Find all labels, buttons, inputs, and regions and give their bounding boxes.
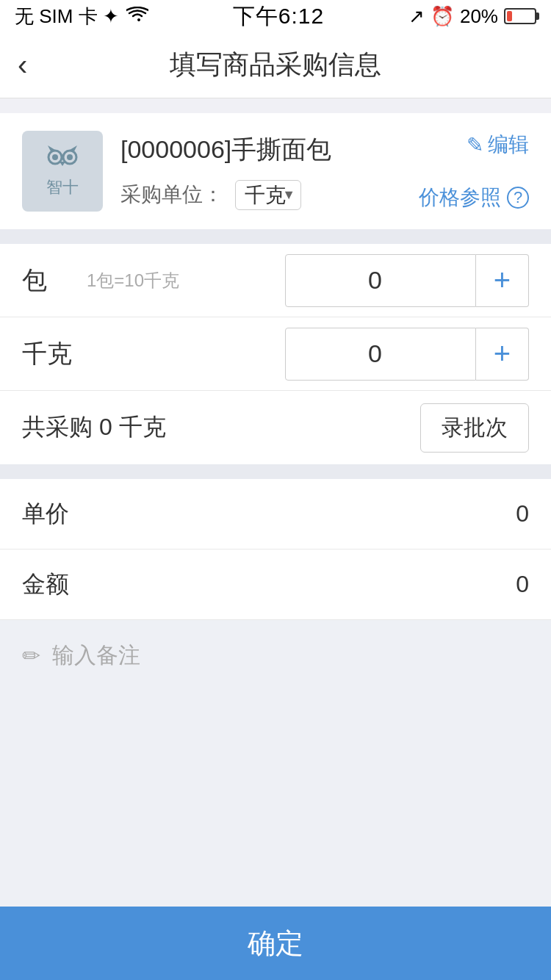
status-bar-right: ↗ ⏰ 20% [408, 5, 536, 28]
pack-qty-input[interactable] [285, 254, 476, 307]
status-bar: 无 SIM 卡 ✦ 下午6:12 ↗ ⏰ 20% [0, 0, 551, 32]
unit-label: 采购单位： [120, 181, 223, 209]
unit-price-value: 0 [516, 500, 529, 527]
price-section: 单价 0 金额 0 [0, 479, 551, 620]
summary-row: 共采购 0 千克 录批次 [0, 391, 551, 464]
summary-text: 共采购 0 千克 [22, 411, 166, 444]
unit-price-row: 单价 0 [0, 479, 551, 550]
note-section[interactable]: ✏ 输入备注 [0, 620, 551, 691]
page-title: 填写商品采购信息 [170, 47, 381, 83]
kg-input-right: + [285, 328, 529, 381]
price-ref-button[interactable]: 价格参照 ? [419, 184, 529, 212]
edit-button[interactable]: ✎ 编辑 [467, 131, 529, 159]
pack-label: 包 [22, 264, 81, 298]
divider-2 [0, 464, 551, 479]
pack-input-right: + [285, 254, 529, 307]
svg-point-2 [52, 154, 58, 160]
alarm-icon: ⏰ [431, 5, 454, 28]
kg-plus-button[interactable]: + [476, 328, 529, 381]
product-image: 智十 [22, 131, 103, 212]
pack-plus-button[interactable]: + [476, 254, 529, 307]
status-bar-time: 下午6:12 [233, 1, 324, 32]
amount-value: 0 [516, 571, 529, 598]
kg-label: 千克 [22, 337, 81, 371]
battery-pct: 20% [460, 5, 498, 28]
svg-point-3 [67, 154, 73, 160]
product-card: 智十 [0000006]手撕面包 采购单位： 千克 包 ✎ 编辑 价格参照 ? [0, 113, 551, 229]
pack-input-row: 包 1包=10千克 + [0, 244, 551, 317]
note-placeholder: 输入备注 [52, 641, 140, 671]
logo-text: 智十 [46, 176, 79, 198]
nav-bar: ‹ 填写商品采购信息 [0, 32, 551, 98]
status-bar-left: 无 SIM 卡 ✦ [15, 4, 148, 29]
amount-label: 金额 [22, 569, 69, 601]
unit-select[interactable]: 千克 包 [235, 180, 301, 210]
note-icon: ✏ [22, 643, 40, 669]
battery-icon [504, 8, 536, 24]
location-icon: ↗ [408, 5, 425, 28]
quantity-section: 包 1包=10千克 + 千克 + [0, 244, 551, 391]
divider-1 [0, 229, 551, 244]
confirm-button[interactable]: 确定 [0, 907, 551, 980]
pack-sublabel: 1包=10千克 [87, 269, 285, 292]
unit-price-label: 单价 [22, 498, 69, 530]
wifi-icon [126, 5, 148, 28]
batch-button[interactable]: 录批次 [420, 403, 529, 453]
back-button[interactable]: ‹ [18, 48, 27, 82]
kg-input-row: 千克 + [0, 317, 551, 391]
edit-label: 编辑 [488, 131, 529, 159]
content-area [0, 691, 551, 926]
unit-select-wrapper[interactable]: 千克 包 [235, 180, 301, 210]
kg-qty-input[interactable] [285, 328, 476, 381]
amount-row: 金额 0 [0, 550, 551, 620]
sim-label: 无 SIM 卡 ✦ [15, 4, 119, 29]
edit-icon: ✎ [467, 133, 483, 157]
question-icon: ? [507, 187, 529, 209]
price-ref-label: 价格参照 [419, 184, 501, 212]
